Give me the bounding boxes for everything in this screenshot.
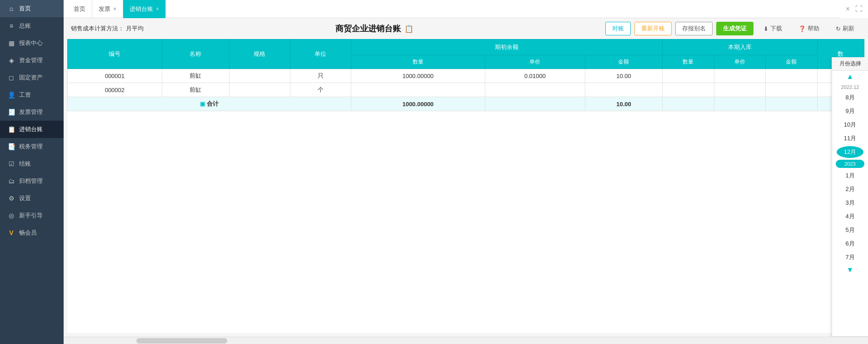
sidebar-label-home: 首页 [19, 5, 31, 13]
sidebar-item-archive-management[interactable]: 🗂 归档管理 [0, 172, 64, 190]
month-panel: 月份选择 ▲ 2022.12 8月 9月 10月 11月 12月 2023 1月… [832, 57, 868, 337]
tab-purchase-sales-label: 进销台账 [130, 0, 153, 18]
help-button[interactable]: ❓ 帮助 [792, 22, 826, 35]
sidebar-item-fixed-assets[interactable]: ◻ 固定资产 [0, 69, 64, 86]
page-title: 商贸企业进销台账 📋 [335, 23, 414, 34]
year-2022-label: 2022.12 [832, 83, 868, 91]
month-item-8[interactable]: 8月 [832, 91, 868, 104]
sidebar-item-tax-management[interactable]: 📑 税务管理 [0, 138, 64, 155]
month-2023-item-4[interactable]: 4月 [832, 210, 868, 223]
sidebar-label-tax-management: 税务管理 [19, 143, 43, 151]
inventory-table: 编号 名称 规格 单位 期初余额 本期入库 数 数量 单价 金额 数 [67, 39, 864, 111]
cell-opening-price: 0.01000 [485, 69, 585, 83]
report-icon: ▦ [7, 39, 15, 47]
tab-invoice[interactable]: 发票 × [92, 0, 123, 18]
cell-opening-qty [351, 83, 485, 97]
sidebar-item-home[interactable]: ⌂ 首页 [0, 0, 64, 17]
sidebar-label-settings: 设置 [19, 194, 31, 202]
tab-home[interactable]: 首页 [67, 0, 92, 18]
month-2023-item-5[interactable]: 5月 [832, 223, 868, 237]
cell-name: 前缸 [162, 69, 229, 83]
col-sub-inbound-qty: 数量 [663, 55, 714, 69]
generate-button[interactable]: 生成凭证 [716, 22, 753, 35]
cost-method: 销售成本计算方法： 月平均 [71, 25, 144, 33]
sidebar-item-new-guide[interactable]: ◎ 新手引导 [0, 207, 64, 224]
tab-purchase-sales[interactable]: 进销台账 × [123, 0, 166, 18]
sidebar-label-checkout: 结账 [19, 160, 31, 168]
ledger-icon: ≡ [7, 22, 15, 29]
col-sub-opening-qty: 数量 [351, 55, 485, 69]
table-row: 000002 前缸 个 [68, 83, 864, 97]
main-content: × ⛶ 首页 发票 × 进销台账 × 销售成本计算方法： 月平均 商贸企业进销台… [64, 0, 868, 344]
download-label: 下载 [770, 25, 782, 33]
month-prev-button[interactable]: ▲ [832, 71, 868, 83]
saveas-button[interactable]: 存报别名 [675, 22, 713, 35]
sidebar-item-fund-management[interactable]: ◈ 资金管理 [0, 52, 64, 69]
help-icon: ❓ [798, 25, 806, 32]
month-2023-item-7[interactable]: 7月 [832, 251, 868, 264]
tab-home-label: 首页 [74, 0, 85, 18]
cell-num: 000001 [68, 69, 162, 83]
col-header-name: 名称 [162, 39, 229, 69]
total-opening-qty: 1000.00000 [351, 97, 485, 111]
month-item-9[interactable]: 9月 [832, 104, 868, 118]
month-2023-item-6[interactable]: 6月 [832, 237, 868, 251]
sidebar-item-member[interactable]: V 畅会员 [0, 224, 64, 241]
tab-invoice-label: 发票 [99, 0, 110, 18]
cell-unit: 只 [290, 69, 351, 83]
purchase-sales-icon: 📋 [7, 126, 15, 133]
month-2023-item-1[interactable]: 1月 [832, 169, 868, 182]
reconcile-button[interactable]: 对账 [605, 22, 631, 35]
month-item-12[interactable]: 12月 [837, 146, 863, 158]
tab-purchase-sales-close[interactable]: × [156, 0, 159, 18]
page-title-text: 商贸企业进销台账 [335, 23, 401, 34]
month-item-10[interactable]: 10月 [832, 118, 868, 132]
total-opening-amount: 10.00 [585, 97, 662, 111]
maximize-button[interactable]: ⛶ [853, 5, 864, 13]
col-header-spec: 规格 [229, 39, 290, 69]
sidebar-label-payroll: 工资 [19, 91, 31, 99]
cell-inbound-price [714, 69, 766, 83]
reopen-button[interactable]: 重新开账 [634, 22, 672, 35]
sidebar-label-fund-management: 资金管理 [19, 56, 43, 64]
cost-method-label: 销售成本计算方法： [71, 25, 124, 32]
payroll-icon: 👤 [7, 91, 15, 98]
total-icon: ▣ [200, 101, 205, 107]
total-inbound-qty [663, 97, 714, 111]
gear-icon: ⚙ [7, 195, 15, 202]
horizontal-scrollbar[interactable] [136, 338, 227, 344]
col-header-inbound: 本期入库 [663, 39, 818, 55]
archive-icon: 🗂 [7, 177, 15, 185]
tab-invoice-close[interactable]: × [113, 0, 116, 18]
refresh-button[interactable]: ↻ 刷新 [829, 22, 861, 35]
month-next-button[interactable]: ▼ [832, 264, 868, 276]
toolbar-buttons: 对账 重新开账 存报别名 生成凭证 ⬇ 下载 ❓ 帮助 ↻ 刷新 [605, 22, 861, 35]
sidebar-item-settings[interactable]: ⚙ 设置 [0, 190, 64, 207]
month-2023-item-3[interactable]: 3月 [832, 196, 868, 210]
sidebar-item-invoice-management[interactable]: 🧾 发票管理 [0, 103, 64, 121]
content-area: 销售成本计算方法： 月平均 商贸企业进销台账 📋 对账 重新开账 存报别名 生成… [64, 18, 868, 344]
download-button[interactable]: ⬇ 下载 [757, 22, 788, 35]
sidebar-item-payroll[interactable]: 👤 工资 [0, 86, 64, 103]
sidebar-item-purchase-sales[interactable]: 📋 进销台账 [0, 121, 64, 138]
total-inbound-amount [766, 97, 818, 111]
top-info-bar: 销售成本计算方法： 月平均 商贸企业进销台账 📋 对账 重新开账 存报别名 生成… [64, 18, 868, 39]
cell-opening-price [485, 83, 585, 97]
member-icon: V [7, 229, 15, 236]
cell-spec [229, 69, 290, 83]
window-controls: × ⛶ [840, 0, 868, 18]
close-button[interactable]: × [844, 5, 852, 13]
sidebar-item-report-center[interactable]: ▦ 报表中心 [0, 34, 64, 52]
checkout-icon: ☑ [7, 160, 15, 167]
total-row: ▣ 合计 1000.00000 10.00 [68, 97, 864, 111]
month-item-11[interactable]: 11月 [832, 132, 868, 145]
cell-name: 前缸 [162, 83, 229, 97]
sidebar-item-checkout[interactable]: ☑ 结账 [0, 155, 64, 172]
home-icon: ⌂ [7, 5, 15, 12]
month-panel-title: 月份选择 [832, 57, 868, 71]
sidebar-item-general-ledger[interactable]: ≡ 总账 [0, 17, 64, 34]
guide-icon: ◎ [7, 212, 15, 219]
total-opening-price [485, 97, 585, 111]
month-2023-item-2[interactable]: 2月 [832, 182, 868, 196]
refresh-icon: ↻ [836, 25, 841, 32]
